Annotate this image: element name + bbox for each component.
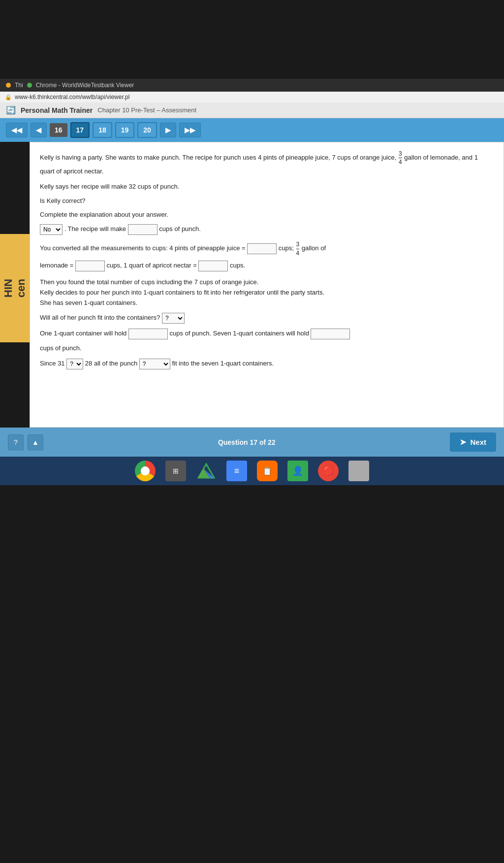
one-quart-suffix-text: cups of punch. Seven 1-quart containers …: [170, 330, 309, 337]
kelly-cups-text: Kelly says her recipe will make 32 cups …: [40, 183, 179, 190]
since-num-text: 28: [85, 360, 92, 367]
alert-button[interactable]: ▲: [28, 434, 43, 450]
will-fit-dropdown[interactable]: ? Yes No: [162, 313, 185, 324]
lock-icon: 🔒: [5, 94, 12, 100]
line3-section: Is Kelly correct?: [40, 196, 494, 206]
fit-suffix-text: fit into the seven 1-quart containers.: [172, 360, 274, 367]
address-bar[interactable]: 🔒 www-k6.thinkcentral.com/wwtb/api/viewe…: [0, 92, 504, 102]
line4-section: Complete the explanation about your answ…: [40, 210, 494, 220]
complete-explanation-text: Complete the explanation about your answ…: [40, 211, 168, 218]
answer-section: No Yes . The recipe will make cups of pu…: [40, 224, 494, 235]
nav-back1-button[interactable]: ◀: [31, 123, 47, 137]
since-section: Since 31 ? > < = 28 all of the punch ? w…: [40, 359, 494, 369]
gallon-of-text: gallon of: [302, 245, 326, 252]
tab-indicator: [6, 83, 11, 88]
question-counter: Question 17 of 22: [218, 438, 276, 446]
conversion-intro-text: You converted all the measurements to cu…: [40, 245, 246, 252]
question-intro: Kelly is having a party. She wants to ma…: [40, 150, 494, 177]
lemonade-section: lemonade = cups, 1 quart of apricot nect…: [40, 261, 494, 271]
side-panel-text: HINcen: [2, 279, 28, 298]
one-quart-section: One 1-quart container will hold cups of …: [40, 329, 494, 339]
fraction-numerator: 3: [399, 150, 402, 158]
orange-icon[interactable]: 📋: [257, 461, 278, 481]
apricot-cups-input[interactable]: [198, 261, 228, 271]
fraction-3-4-b: 3 4: [296, 241, 300, 257]
one-quart-input[interactable]: [128, 329, 168, 339]
taskbar: ⊞ ≡ 📋 👤 🔴: [0, 457, 504, 485]
help-icon: ?: [14, 438, 18, 446]
navigation-bar: ◀◀ ◀ 16 17 18 19 20 ▶ ▶▶: [0, 118, 504, 142]
lemonade-suffix-text: cups, 1 quart of apricot nectar =: [107, 262, 197, 269]
pmt-icon: 🔄: [6, 105, 16, 115]
nav-page-18[interactable]: 18: [93, 122, 112, 138]
conversion-section: You converted all the measurements to cu…: [40, 241, 494, 257]
red-icon[interactable]: 🔴: [318, 461, 339, 481]
question-intro-text: Kelly is having a party. She wants to ma…: [40, 154, 396, 161]
since-text: Since 31: [40, 360, 65, 367]
nav-page-19[interactable]: 19: [115, 122, 135, 138]
since-compare-dropdown[interactable]: ? > < =: [66, 359, 83, 369]
tab-label-2: Chrome - WorldWideTestbank Viewer: [36, 82, 134, 89]
grid-icon[interactable]: ⊞: [165, 461, 186, 481]
since-suffix-text: all of the punch: [94, 360, 137, 367]
yes-no-dropdown[interactable]: No Yes: [40, 224, 63, 235]
bottom-left-buttons: ? ▲: [8, 434, 43, 450]
recipe-will-make-text: . The recipe will make: [64, 226, 126, 233]
nav-forward2-button[interactable]: ▶▶: [179, 123, 201, 137]
next-arrow-icon: ➤: [460, 437, 466, 447]
lemonade-cups-input[interactable]: [75, 261, 105, 271]
browser-tab-bar: Thi Chrome - WorldWideTestbank Viewer: [0, 79, 504, 92]
tab-label-1: Thi: [15, 82, 23, 89]
cups-input-1[interactable]: [128, 224, 158, 235]
pineapple-cups-input[interactable]: [247, 243, 277, 254]
docs-icon[interactable]: ≡: [226, 461, 247, 481]
found-text: Then you found the total number of cups …: [40, 277, 494, 288]
nav-page-17[interactable]: 17: [70, 122, 90, 138]
next-label: Next: [470, 438, 486, 446]
nav-back2-button[interactable]: ◀◀: [6, 123, 28, 137]
fraction-b-numerator: 3: [296, 241, 300, 249]
found-section: Then you found the total number of cups …: [40, 277, 494, 308]
alert-icon: ▲: [32, 438, 39, 446]
gray-icon[interactable]: [348, 461, 369, 481]
chapter-title: Chapter 10 Pre-Test – Assessment: [97, 106, 196, 114]
next-button[interactable]: ➤ Next: [450, 432, 496, 452]
line2-section: Kelly says her recipe will make 32 cups …: [40, 182, 494, 192]
tab-indicator-2: [27, 83, 32, 88]
seven-quart-input[interactable]: [311, 329, 350, 339]
containers-text: She has seven 1-quart containers.: [40, 298, 494, 308]
lemonade-label-text: lemonade =: [40, 262, 73, 269]
is-kelly-correct-text: Is Kelly correct?: [40, 197, 85, 204]
app-header: 🔄 Personal Math Trainer Chapter 10 Pre-T…: [0, 102, 504, 118]
nav-forward1-button[interactable]: ▶: [160, 123, 176, 137]
will-fit-section: Will all of her punch fit into the conta…: [40, 313, 494, 324]
folder-icon[interactable]: 👤: [287, 461, 308, 481]
nav-page-20[interactable]: 20: [137, 122, 157, 138]
url-text: www-k6.thinkcentral.com/wwtb/api/viewer.…: [15, 94, 129, 100]
bottom-bar: ? ▲ Question 17 of 22 ➤ Next: [0, 428, 504, 457]
fit-dropdown[interactable]: ? will will not: [139, 359, 170, 369]
fraction-denominator: 4: [399, 158, 402, 166]
side-panel: HINcen: [0, 234, 30, 342]
chrome-icon[interactable]: [135, 461, 156, 481]
lemonade-suffix2-text: cups.: [230, 262, 245, 269]
fraction-b-denominator: 4: [296, 249, 300, 257]
cups-of-punch-text: cups of punch.: [159, 226, 201, 233]
help-button[interactable]: ?: [8, 434, 24, 450]
app-title: Personal Math Trainer: [21, 106, 93, 114]
drive-icon[interactable]: [196, 461, 217, 481]
cups-punch-line: cups of punch.: [40, 343, 494, 354]
question-content: Kelly is having a party. She wants to ma…: [30, 142, 504, 428]
cups-semicolon-text: cups;: [279, 245, 294, 252]
one-quart-text: One 1-quart container will hold: [40, 330, 126, 337]
cups-punch-label: cups of punch.: [40, 344, 82, 352]
nav-page-16[interactable]: 16: [50, 123, 67, 137]
will-fit-text: Will all of her punch fit into the conta…: [40, 314, 160, 322]
pour-text: Kelly decides to pour her punch into 1-q…: [40, 288, 494, 298]
fraction-3-4: 3 4: [399, 150, 402, 166]
